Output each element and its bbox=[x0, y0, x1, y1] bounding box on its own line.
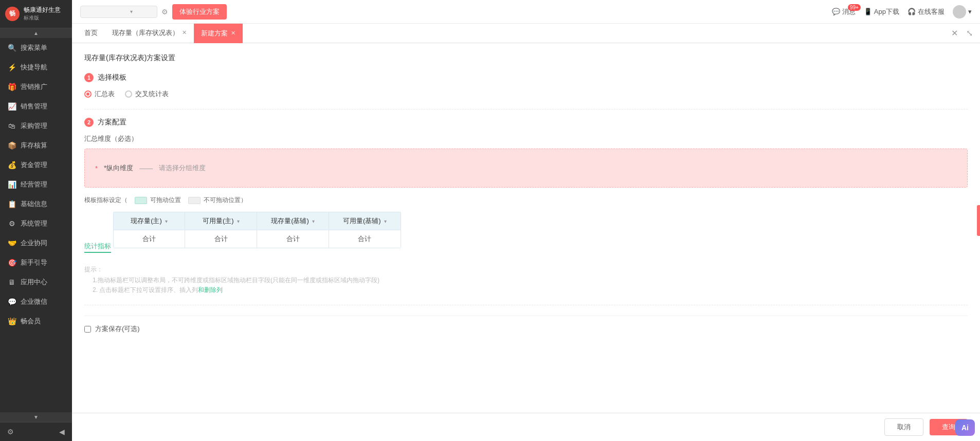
col-header-2[interactable]: 可用量(主) ▾ bbox=[185, 212, 257, 230]
notification-area[interactable]: 💬 消息 99+ bbox=[832, 7, 856, 16]
divider1 bbox=[84, 109, 968, 109]
sidebar-item-label: 应用中心 bbox=[21, 278, 47, 287]
sidebar-item-basic[interactable]: 📋 基础信息 bbox=[0, 194, 72, 214]
topbar-gear-icon[interactable]: ⚙ bbox=[161, 8, 168, 16]
tab-inventory-close-icon[interactable]: ✕ bbox=[182, 29, 187, 36]
search-chevron-icon[interactable]: ▾ bbox=[130, 9, 133, 14]
app-version: 标准版 bbox=[24, 14, 61, 22]
notification-icon: 💬 bbox=[832, 8, 840, 15]
settings-bottom-icon[interactable]: ⚙ bbox=[7, 428, 14, 436]
col-cell-4: 合计 bbox=[329, 230, 401, 248]
stats-table: 现存量(主) ▾ 可用量(主) ▾ 现存量(基辅) ▾ bbox=[113, 212, 401, 248]
tab-new-plan-close-icon[interactable]: ✕ bbox=[231, 30, 235, 36]
col4-label: 可用量(基辅) bbox=[343, 216, 381, 226]
sidebar-item-finance[interactable]: 💰 资金管理 bbox=[0, 155, 72, 175]
experience-button[interactable]: 体验行业方案 bbox=[172, 4, 227, 20]
sidebar-scroll-up[interactable]: ▲ bbox=[0, 28, 72, 38]
sidebar-item-inventory[interactable]: 📦 库存核算 bbox=[0, 136, 72, 155]
search-input[interactable] bbox=[86, 8, 127, 15]
radio-crosstab-circle bbox=[125, 90, 132, 98]
stats-table-row: 合计 合计 合计 合计 bbox=[114, 230, 401, 248]
radio-summary-label: 汇总表 bbox=[95, 89, 115, 99]
dimension-dash: —— bbox=[139, 164, 153, 172]
avatar bbox=[953, 5, 966, 19]
vertical-label: *纵向维度 bbox=[104, 163, 133, 173]
tab-close-button[interactable]: ✕ bbox=[949, 26, 960, 40]
sidebar-item-search[interactable]: 🔍 搜索菜单 bbox=[0, 38, 72, 58]
user-area[interactable]: ▾ bbox=[953, 5, 972, 19]
inventory-icon: 📦 bbox=[7, 141, 16, 150]
topbar-right: 💬 消息 99+ 📱 App下载 🎧 在线客服 ▾ bbox=[832, 5, 972, 19]
col2-chevron-icon[interactable]: ▾ bbox=[237, 218, 240, 224]
sidebar-item-label: 新手引导 bbox=[21, 258, 47, 267]
sidebar-item-system[interactable]: ⚙ 系统管理 bbox=[0, 214, 72, 233]
member-icon: 👑 bbox=[7, 317, 16, 326]
app-download-area[interactable]: 📱 App下载 bbox=[864, 7, 899, 16]
sidebar-item-wechat[interactable]: 💬 企业微信 bbox=[0, 292, 72, 311]
save-checkbox-input[interactable] bbox=[84, 326, 91, 333]
sidebar-item-member[interactable]: 👑 畅会员 bbox=[0, 311, 72, 331]
radio-crosstab[interactable]: 交叉统计表 bbox=[125, 89, 169, 99]
dimension-box[interactable]: * *纵向维度 —— 请选择分组维度 bbox=[84, 149, 968, 188]
search-area[interactable]: ▾ bbox=[80, 6, 157, 18]
wechat-icon: 💬 bbox=[7, 297, 16, 306]
template-indicator-prefix: 模板指标设定（ bbox=[84, 196, 128, 205]
col-header-3[interactable]: 现存量(基辅) ▾ bbox=[257, 212, 329, 230]
app-download-label: App下载 bbox=[874, 7, 899, 16]
chevron-down-icon: ▾ bbox=[968, 8, 972, 15]
sidebar-item-operation[interactable]: 📊 经营管理 bbox=[0, 175, 72, 194]
sidebar-item-label: 搜索菜单 bbox=[21, 43, 47, 52]
finance-icon: 💰 bbox=[7, 160, 16, 170]
divider2 bbox=[84, 305, 968, 305]
sidebar-item-enterprise[interactable]: 🤝 企业协同 bbox=[0, 233, 72, 253]
sidebar-item-newguide[interactable]: 🎯 新手引导 bbox=[0, 253, 72, 272]
tab-expand-button[interactable]: ⤡ bbox=[964, 26, 975, 40]
cancel-button[interactable]: 取消 bbox=[884, 418, 923, 436]
right-scroll-indicator[interactable] bbox=[977, 205, 980, 236]
ai-badge[interactable]: Ai bbox=[955, 419, 975, 436]
save-checkbox-label: 方案保存(可选) bbox=[95, 324, 140, 334]
sidebar-item-appcenter[interactable]: 🖥 应用中心 bbox=[0, 272, 72, 292]
radio-crosstab-label: 交叉统计表 bbox=[135, 89, 169, 99]
step1-content: 汇总表 交叉统计表 bbox=[84, 89, 968, 99]
radio-summary[interactable]: 汇总表 bbox=[84, 89, 115, 99]
save-checkbox[interactable]: 方案保存(可选) bbox=[84, 324, 968, 334]
sidebar-item-quicknav[interactable]: ⚡ 快捷导航 bbox=[0, 58, 72, 77]
sidebar-scroll-down[interactable]: ▼ bbox=[0, 412, 72, 422]
tab-home[interactable]: 首页 bbox=[77, 24, 105, 43]
sidebar-item-label: 库存核算 bbox=[21, 141, 47, 150]
sidebar-item-label: 系统管理 bbox=[21, 219, 47, 228]
operation-icon: 📊 bbox=[7, 180, 16, 189]
sidebar-item-label: 企业协同 bbox=[21, 238, 47, 248]
sidebar-item-label: 销售管理 bbox=[21, 102, 47, 111]
sidebar-item-sales[interactable]: 📈 销售管理 bbox=[0, 97, 72, 116]
online-service-area[interactable]: 🎧 在线客服 bbox=[908, 7, 945, 16]
step1-header: 1 选择模板 bbox=[84, 73, 968, 82]
nondraggable-box bbox=[188, 197, 201, 204]
radio-summary-dot bbox=[86, 93, 89, 96]
draggable-box bbox=[135, 197, 147, 204]
tab-home-label: 首页 bbox=[84, 28, 98, 38]
quicknav-icon: ⚡ bbox=[7, 63, 16, 72]
app-logo-icon: 畅 bbox=[5, 7, 20, 21]
collapse-icon[interactable]: ◀ bbox=[59, 428, 65, 436]
col-header-4[interactable]: 可用量(基辅) ▾ bbox=[329, 212, 401, 230]
tab-new-plan[interactable]: 新建方案 ✕ bbox=[194, 24, 243, 43]
tab-inventory-status[interactable]: 现存量（库存状况表） ✕ bbox=[105, 24, 194, 43]
topbar: ▾ ⚙ 体验行业方案 💬 消息 99+ 📱 App下载 🎧 在线客服 ▾ bbox=[72, 0, 980, 24]
col3-chevron-icon[interactable]: ▾ bbox=[312, 218, 315, 224]
tips-section: 提示： 1.拖动标题栏可以调整布局，不可跨维度或指标区域拖动栏目字段(只能在同一… bbox=[84, 265, 968, 295]
enterprise-icon: 🤝 bbox=[7, 238, 16, 248]
sidebar-item-purchase[interactable]: 🛍 采购管理 bbox=[0, 116, 72, 136]
sidebar-item-label: 企业微信 bbox=[21, 297, 47, 306]
sidebar-bottom: ⚙ ◀ bbox=[0, 422, 72, 441]
col-header-1[interactable]: 现存量(主) ▾ bbox=[114, 212, 186, 230]
col1-chevron-icon[interactable]: ▾ bbox=[165, 218, 168, 224]
sidebar-item-marketing[interactable]: 🎁 营销推广 bbox=[0, 77, 72, 97]
step1-badge: 1 bbox=[84, 73, 94, 82]
col4-chevron-icon[interactable]: ▾ bbox=[384, 218, 387, 224]
required-star: * bbox=[95, 164, 98, 172]
sidebar-item-label: 快捷导航 bbox=[21, 63, 47, 72]
radio-summary-circle bbox=[84, 90, 92, 98]
col-cell-2: 合计 bbox=[185, 230, 257, 248]
